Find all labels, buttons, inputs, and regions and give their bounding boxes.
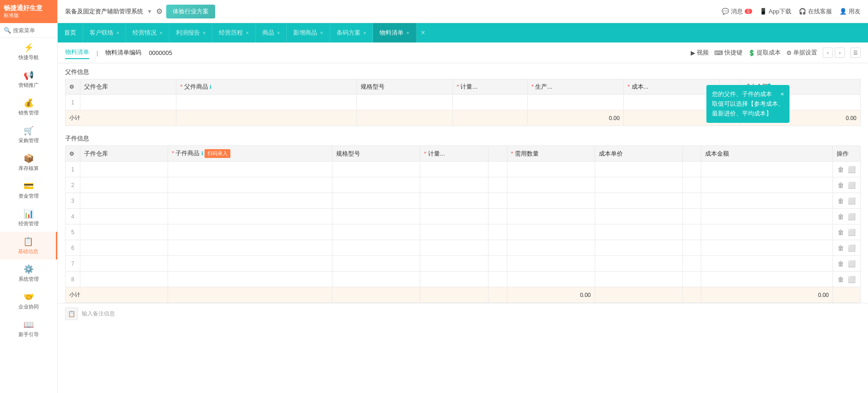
search-input[interactable]	[13, 27, 50, 34]
trial-button[interactable]: 体验行业方案	[166, 5, 215, 18]
tab-profit-report[interactable]: 利润报告 ×	[169, 23, 212, 42]
parent-product-cell[interactable]	[176, 95, 356, 110]
tooltip-close-button[interactable]: ×	[780, 90, 784, 99]
child-qty-cell[interactable]	[507, 224, 595, 240]
child-unit-cell[interactable]	[420, 193, 488, 209]
child-qty-cell[interactable]	[507, 272, 595, 287]
sidebar-item-system[interactable]: ⚙️ 系统管理	[0, 260, 57, 287]
sidebar-item-basic-info[interactable]: 📋 基础信息	[0, 232, 57, 260]
child-unit-price-cell[interactable]	[595, 162, 682, 177]
tab-material-list[interactable]: 物料清单 ×	[373, 23, 416, 42]
delete-row-button[interactable]: 🗑	[837, 228, 845, 237]
delete-row-button[interactable]: 🗑	[837, 243, 845, 253]
delete-row-button[interactable]: 🗑	[837, 275, 845, 284]
copy-row-button[interactable]: ⬜	[847, 228, 856, 237]
child-product-cell[interactable]	[168, 272, 332, 287]
child-product-cell[interactable]	[168, 224, 332, 240]
search-area[interactable]: 🔍	[0, 23, 57, 38]
user-item[interactable]: 👤 用友	[839, 7, 861, 16]
child-amount-cell[interactable]	[701, 224, 832, 240]
delete-row-button[interactable]: 🗑	[837, 181, 845, 190]
sidebar-item-enterprise[interactable]: 🤝 企业协同	[0, 287, 57, 315]
child-spec-cell[interactable]	[332, 256, 420, 272]
child-unit-cell[interactable]	[420, 177, 488, 193]
child-amount-cell[interactable]	[701, 162, 832, 177]
sidebar-item-guide[interactable]: 📖 新手引导	[0, 315, 57, 343]
settings-icon[interactable]: ⚙	[156, 7, 163, 16]
delete-row-button[interactable]: 🗑	[837, 196, 845, 206]
child-spec-cell[interactable]	[332, 177, 420, 193]
child-qty-cell[interactable]	[507, 240, 595, 256]
system-dropdown-arrow[interactable]: ▼	[147, 8, 152, 15]
child-amount-cell[interactable]	[701, 193, 832, 209]
child-unit-cell[interactable]	[420, 272, 488, 287]
bottom-notes-icon[interactable]: 📋	[65, 307, 78, 320]
sidebar-item-nav[interactable]: ⚡ 快捷导航	[0, 38, 57, 66]
nav-next-arrow[interactable]: ›	[835, 48, 845, 58]
tab-new-goods[interactable]: 新增商品 ×	[287, 23, 330, 42]
child-col-settings[interactable]: ⚙	[66, 146, 80, 162]
child-warehouse-cell[interactable]	[80, 256, 168, 272]
tab-operation-status-close[interactable]: ×	[159, 30, 162, 36]
tab-new-goods-close[interactable]: ×	[320, 30, 323, 36]
child-unit-cell[interactable]	[420, 209, 488, 224]
child-spec-cell[interactable]	[332, 224, 420, 240]
tab-barcode[interactable]: 条码方案 ×	[330, 23, 373, 42]
tab-history[interactable]: 经营历程 ×	[212, 23, 255, 42]
copy-row-button[interactable]: ⬜	[847, 181, 856, 190]
tab-barcode-close[interactable]: ×	[363, 30, 366, 36]
tab-history-close[interactable]: ×	[246, 30, 248, 36]
child-product-cell[interactable]	[168, 162, 332, 177]
online-service-item[interactable]: 🎧 在线客服	[799, 7, 832, 16]
child-unit-price-cell[interactable]	[595, 209, 682, 224]
extract-cost-action[interactable]: 💲 提取成本	[748, 48, 781, 57]
parent-spec-cell[interactable]	[356, 95, 452, 110]
app-download-item[interactable]: 📱 App下载	[760, 7, 791, 16]
shortcut-action[interactable]: ⌨ 快捷键	[714, 48, 742, 57]
child-amount-cell[interactable]	[701, 209, 832, 224]
child-qty-cell[interactable]	[507, 177, 595, 193]
child-unit-price-cell[interactable]	[595, 177, 682, 193]
child-warehouse-cell[interactable]	[80, 224, 168, 240]
child-warehouse-cell[interactable]	[80, 193, 168, 209]
tab-customer[interactable]: 客户联络 ×	[83, 23, 126, 42]
copy-row-button[interactable]: ⬜	[847, 243, 856, 253]
child-amount-cell[interactable]	[701, 272, 832, 287]
nav-prev-arrow[interactable]: ‹	[823, 48, 833, 58]
sub-tab-material-code[interactable]: 物料清单编码	[105, 47, 141, 59]
child-unit-price-cell[interactable]	[595, 193, 682, 209]
scan-button[interactable]: 扫码录入	[205, 149, 230, 158]
parent-unit-cell[interactable]	[452, 95, 527, 110]
message-item[interactable]: 💬 消息 6	[722, 7, 752, 16]
child-amount-cell[interactable]	[701, 256, 832, 272]
parent-col-settings[interactable]: ⚙	[66, 79, 80, 95]
child-unit-price-cell[interactable]	[595, 240, 682, 256]
child-warehouse-cell[interactable]	[80, 272, 168, 287]
child-warehouse-cell[interactable]	[80, 177, 168, 193]
child-amount-cell[interactable]	[701, 177, 832, 193]
sidebar-item-operation[interactable]: 📊 经营管理	[0, 204, 57, 232]
copy-row-button[interactable]: ⬜	[847, 275, 856, 284]
child-spec-cell[interactable]	[332, 162, 420, 177]
child-unit-price-cell[interactable]	[595, 224, 682, 240]
child-qty-cell[interactable]	[507, 193, 595, 209]
child-amount-cell[interactable]	[701, 240, 832, 256]
tab-operation-status[interactable]: 经营情况 ×	[126, 23, 169, 42]
nav-menu-icon[interactable]: ☰	[850, 48, 861, 58]
copy-row-button[interactable]: ⬜	[847, 212, 856, 221]
close-all-tabs[interactable]: ×	[416, 29, 430, 37]
copy-row-button[interactable]: ⬜	[847, 196, 856, 206]
child-qty-cell[interactable]	[507, 256, 595, 272]
tab-goods-close[interactable]: ×	[277, 30, 280, 36]
tab-home[interactable]: 首页	[58, 23, 83, 42]
child-warehouse-cell[interactable]	[80, 209, 168, 224]
parent-warehouse-cell[interactable]	[80, 95, 176, 110]
delete-row-button[interactable]: 🗑	[837, 259, 845, 268]
delete-row-button[interactable]: 🗑	[837, 212, 845, 221]
sidebar-item-finance[interactable]: 💳 资金管理	[0, 176, 57, 204]
sidebar-item-marketing[interactable]: 📢 营销推广	[0, 66, 57, 93]
view-action[interactable]: ▶ 视频	[691, 48, 709, 57]
child-product-cell[interactable]	[168, 209, 332, 224]
child-qty-cell[interactable]	[507, 162, 595, 177]
child-unit-cell[interactable]	[420, 256, 488, 272]
